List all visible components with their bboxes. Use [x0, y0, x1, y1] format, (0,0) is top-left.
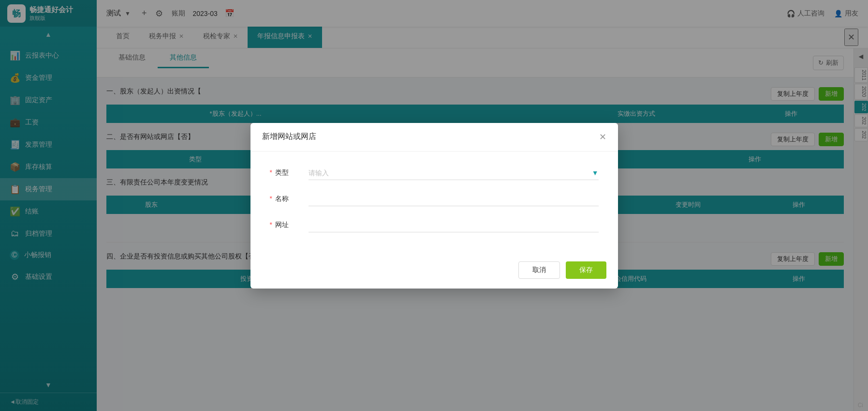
url-field: * 网址: [270, 218, 599, 232]
save-button[interactable]: 保存: [566, 261, 606, 279]
add-website-modal: 新增网站或网店 ✕ * 类型 ▼ * 名称 * 网址: [250, 123, 618, 289]
modal-close-button[interactable]: ✕: [599, 132, 606, 142]
name-label: * 名称: [270, 195, 309, 203]
type-select[interactable]: ▼: [309, 166, 599, 180]
url-input[interactable]: [309, 218, 599, 232]
type-field: * 类型 ▼: [270, 166, 599, 180]
modal-body: * 类型 ▼ * 名称 * 网址: [250, 152, 618, 254]
cancel-button[interactable]: 取消: [518, 261, 560, 279]
name-input[interactable]: [309, 192, 599, 206]
type-dropdown-icon[interactable]: ▼: [592, 169, 599, 177]
type-label: * 类型: [270, 168, 309, 177]
url-label: * 网址: [270, 221, 309, 229]
modal-header: 新增网站或网店 ✕: [250, 123, 618, 152]
modal-title: 新增网站或网店: [262, 132, 316, 142]
modal-footer: 取消 保存: [250, 254, 618, 289]
type-input[interactable]: [309, 169, 592, 177]
name-field: * 名称: [270, 192, 599, 206]
